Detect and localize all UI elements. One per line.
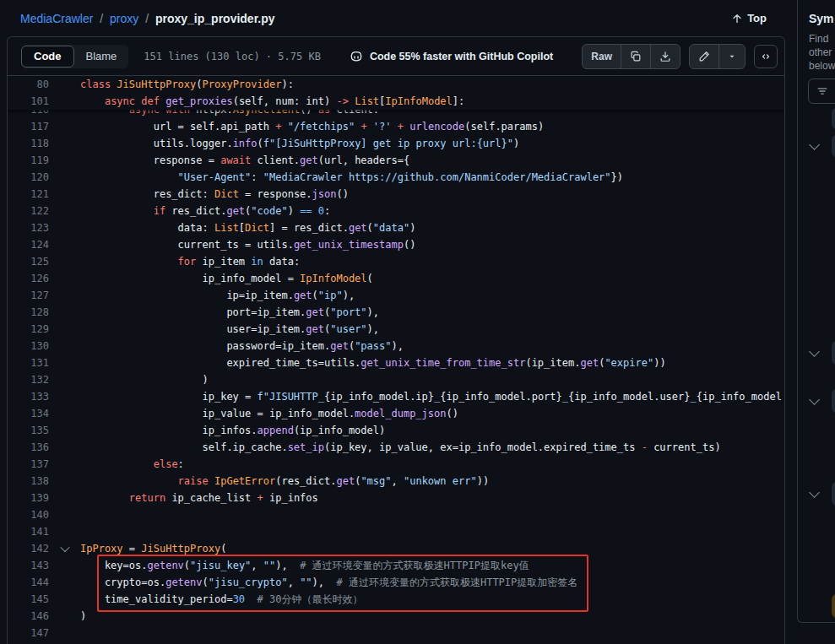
gutter (49, 93, 80, 110)
code-text: expired_time_ts=utils.get_unix_time_from… (80, 354, 784, 371)
top-label: Top (747, 12, 767, 24)
symbols-list-item[interactable] (832, 135, 835, 157)
symbols-list-item[interactable] (832, 341, 835, 365)
line-number[interactable]: 129 (8, 321, 49, 338)
code-line: 136 self.ip_cache.set_ip(ip_key, ip_valu… (8, 439, 784, 456)
path-separator: / (96, 12, 106, 25)
line-number[interactable]: 122 (8, 203, 49, 219)
gutter (49, 118, 80, 135)
copilot-text: Code 55% faster with GitHub Copilot (370, 51, 553, 62)
code-line: 142IpProxy = JiSuHttpProxy( (8, 540, 784, 557)
folder-link[interactable]: proxy (110, 12, 138, 25)
symbols-list-item[interactable] (832, 594, 835, 618)
gutter (49, 287, 80, 304)
code-text: IpProxy = JiSuHttpProxy( (80, 540, 784, 557)
code-line: 133 ip_key = f"JISUHTTP_{ip_info_model.i… (8, 388, 784, 405)
line-number[interactable]: 145 (8, 591, 49, 608)
code-line: 118 utils.logger.info(f"[JiSuHttpProxy] … (8, 135, 784, 152)
gutter (49, 186, 80, 203)
line-number[interactable]: 146 (8, 608, 49, 625)
code-line: 80class JiSuHttpProxy(ProxyProvider): (8, 76, 784, 93)
collapse-chevron-icon[interactable] (60, 543, 69, 552)
line-number[interactable]: 140 (8, 506, 49, 523)
code-line: 101 async def get_proxies(self, num: int… (8, 93, 784, 110)
gutter (49, 506, 80, 523)
line-number[interactable]: 120 (8, 169, 49, 186)
line-number[interactable]: 128 (8, 304, 49, 321)
line-number[interactable]: 139 (8, 490, 49, 506)
breadcrumb: MediaCrawler / proxy / proxy_ip_provider… (20, 12, 275, 25)
code-line: 137 else: (8, 456, 784, 473)
line-number[interactable]: 130 (8, 338, 49, 354)
chevron-down-icon[interactable] (809, 394, 820, 405)
line-number[interactable]: 137 (8, 456, 49, 473)
edit-dropdown-button[interactable] (718, 45, 745, 68)
gutter (49, 591, 80, 608)
download-button[interactable] (650, 45, 680, 68)
code-line: 131 expired_time_ts=utils.get_unix_time_… (8, 354, 784, 371)
gutter (49, 203, 80, 219)
code-line: 129 user=ip_item.get("user"), (8, 321, 784, 338)
line-number[interactable]: 144 (8, 574, 49, 591)
symbols-title: Sym (798, 0, 835, 25)
raw-button[interactable]: Raw (583, 45, 621, 68)
line-number[interactable]: 123 (8, 219, 49, 236)
code-text: return ip_cache_list + ip_infos (80, 490, 784, 506)
line-number[interactable]: 101 (8, 93, 49, 110)
code-line: 125 for ip_item in data: (8, 253, 784, 270)
line-number[interactable]: 126 (8, 270, 49, 287)
symbols-list-item[interactable] (832, 389, 835, 413)
code-line: 143 key=os.getenv("jisu_key", ""), # 通过环… (8, 557, 784, 574)
chevron-down-icon[interactable] (809, 487, 820, 498)
line-number[interactable]: 124 (8, 236, 49, 253)
line-number[interactable]: 133 (8, 388, 49, 405)
line-number[interactable]: 119 (8, 152, 49, 169)
tab-code[interactable]: Code (21, 46, 74, 68)
gutter (49, 304, 80, 321)
code-text: ip_info_model = IpInfoModel( (80, 270, 784, 287)
symbols-description-line: other (809, 46, 835, 59)
line-number[interactable]: 118 (8, 135, 49, 152)
copilot-banner: Code 55% faster with GitHub Copilot (350, 50, 553, 63)
edit-button[interactable] (690, 45, 718, 68)
line-number[interactable]: 132 (8, 371, 49, 388)
raw-actions-group: Raw (582, 44, 680, 69)
line-number[interactable]: 141 (8, 523, 49, 540)
repo-link[interactable]: MediaCrawler (20, 12, 93, 25)
line-number[interactable]: 131 (8, 354, 49, 371)
line-number[interactable]: 127 (8, 287, 49, 304)
line-number[interactable]: 135 (8, 422, 49, 439)
gutter (49, 152, 80, 169)
gutter (49, 321, 80, 338)
code-text: user=ip_item.get("user"), (80, 321, 784, 338)
gutter (49, 557, 80, 574)
code-line: 127 ip=ip_item.get("ip"), (8, 287, 784, 304)
line-number[interactable]: 136 (8, 439, 49, 456)
gutter (49, 236, 80, 253)
tab-blame[interactable]: Blame (74, 46, 129, 68)
line-number[interactable]: 125 (8, 253, 49, 270)
symbols-toggle-button[interactable] (754, 45, 778, 68)
line-number[interactable]: 142 (8, 540, 49, 557)
symbols-filter-button[interactable] (808, 78, 835, 104)
line-number[interactable]: 80 (8, 76, 49, 93)
code-line: 120 "User-Agent": "MediaCrawler https://… (8, 169, 784, 186)
copy-raw-button[interactable] (621, 45, 650, 68)
symbols-panel: Sym Findotherbelow (797, 0, 835, 623)
symbols-list-item[interactable] (832, 108, 835, 129)
line-number[interactable]: 138 (8, 473, 49, 490)
line-number[interactable]: 121 (8, 186, 49, 203)
line-number[interactable]: 134 (8, 405, 49, 422)
line-number[interactable]: 117 (8, 118, 49, 135)
chevron-down-icon[interactable] (809, 139, 820, 150)
code-line: 146) (8, 608, 784, 625)
code-symbols-icon (760, 51, 772, 62)
back-to-top-link[interactable]: Top (731, 12, 767, 24)
code-line: 128 port=ip_item.get("port"), (8, 304, 784, 321)
line-number[interactable]: 143 (8, 557, 49, 574)
symbols-list-item[interactable] (832, 482, 835, 506)
code-text: if res_dict.get("code") == 0: (80, 203, 784, 219)
code-text: ) (80, 371, 784, 388)
line-number[interactable]: 147 (8, 625, 49, 641)
chevron-down-icon[interactable] (809, 346, 820, 357)
